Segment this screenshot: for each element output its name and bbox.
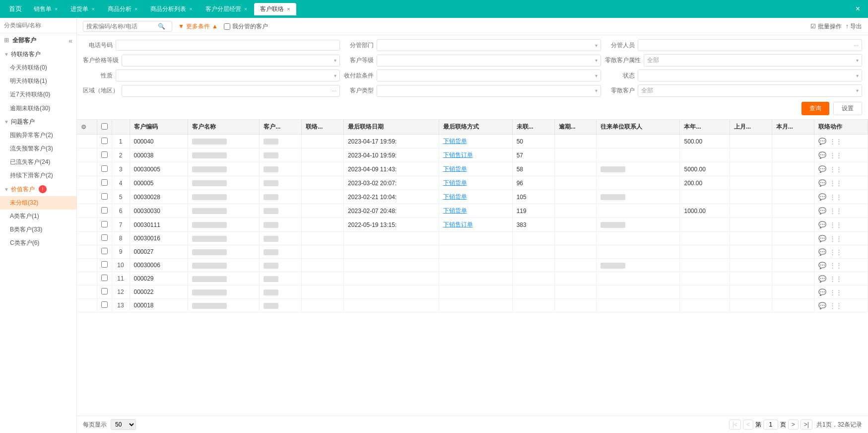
page-number-input[interactable] [763,420,778,430]
contact-method-link[interactable]: 下销售订单 [443,151,473,158]
row-checkbox[interactable] [101,179,108,186]
sidebar-item-abnormal-stockpile[interactable]: 囤购异常客户(2) [0,129,76,142]
first-page-button[interactable]: |< [729,420,741,430]
grid-action-icon[interactable]: ⋮⋮ [829,221,842,228]
sidebar-item-class-c[interactable]: C类客户(6) [0,236,76,250]
cell-checkbox[interactable] [97,204,112,218]
next-page-button[interactable]: > [788,420,799,430]
my-customer-checkbox-label[interactable]: 我分管的客户 [224,22,268,31]
row-checkbox[interactable] [101,275,108,281]
cell-checkbox[interactable] [97,135,112,148]
chat-icon[interactable]: 💬 [818,138,826,145]
nav-tab-product-analysis[interactable]: 商品分析 × [102,3,143,15]
contact-method-link[interactable]: 下销货单 [443,138,467,144]
contact-method-link[interactable]: 下销货单 [443,207,467,214]
chat-icon[interactable]: 💬 [818,262,826,269]
sidebar-search-input[interactable] [4,22,77,29]
sidebar-group-problem[interactable]: ▼ 问题客户 [0,115,76,129]
filter-select-retail-customer[interactable]: 全部 ▾ [638,84,862,97]
row-checkbox[interactable] [101,248,108,254]
row-checkbox[interactable] [101,288,108,294]
sidebar-group-pending[interactable]: ▼ 待联络客户 [0,48,76,61]
contact-method-link[interactable]: 下销货单 [443,165,467,172]
filter-select-customer-grade[interactable]: ▾ [377,55,601,67]
sidebar-item-tomorrow-pending[interactable]: 明天待联络(1) [0,74,76,88]
contact-method-link[interactable]: 下销货单 [443,179,467,186]
grid-action-icon[interactable]: ⋮⋮ [829,235,842,242]
sidebar-item-7days-pending[interactable]: 近7天待联络(0) [0,88,76,101]
row-checkbox[interactable] [101,138,108,144]
sidebar-item-today-pending[interactable]: 今天待联络(0) [0,61,76,74]
close-icon[interactable]: × [91,6,94,12]
sidebar-item-class-a[interactable]: A类客户(1) [0,210,76,223]
chat-icon[interactable]: 💬 [818,165,826,173]
my-customer-checkbox[interactable] [224,23,230,30]
contact-method-link[interactable]: 下销货单 [443,193,467,200]
search-box[interactable]: 🔍 [83,21,172,32]
close-icon[interactable]: × [244,6,247,12]
chat-icon[interactable]: 💬 [818,151,826,159]
more-filter-button[interactable]: ▼ 更多条件 ▲ [178,22,218,31]
search-input[interactable] [86,23,156,30]
table-checkbox-header[interactable] [97,120,112,135]
chat-icon[interactable]: 💬 [818,221,826,228]
chat-icon[interactable]: 💬 [818,289,826,296]
select-all-checkbox[interactable] [101,123,108,130]
grid-action-icon[interactable]: ⋮⋮ [829,165,842,173]
chat-icon[interactable]: 💬 [818,275,826,283]
table-settings-header[interactable]: ⚙ [77,120,97,135]
reset-button[interactable]: 设置 [833,102,862,115]
grid-action-icon[interactable]: ⋮⋮ [829,289,842,296]
grid-action-icon[interactable]: ⋮⋮ [829,275,842,283]
search-icon[interactable]: 🔍 [158,23,165,30]
row-checkbox[interactable] [101,165,108,172]
prev-page-button[interactable]: < [743,420,753,430]
close-all-button[interactable]: × [852,2,864,15]
export-button[interactable]: ↑ 导出 [846,22,862,31]
cell-checkbox[interactable] [97,299,112,312]
filter-select-price-grade[interactable]: ▾ [122,55,340,67]
grid-action-icon[interactable]: ⋮⋮ [829,193,842,201]
row-checkbox[interactable] [101,301,108,308]
row-checkbox[interactable] [101,207,108,214]
nav-tab-product-analysis-list[interactable]: 商品分析列表 × [144,3,198,15]
filter-select-retail-attr[interactable]: 全部 ▾ [644,54,862,67]
collapse-icon[interactable]: « [68,37,72,45]
cell-checkbox[interactable] [97,190,112,204]
grid-action-icon[interactable]: ⋮⋮ [829,302,842,309]
row-checkbox[interactable] [101,234,108,241]
nav-tab-customer-segment[interactable]: 客户分层经营 × [200,3,253,15]
filter-select-customer-type[interactable]: ▾ [377,85,601,97]
chat-icon[interactable]: 💬 [818,179,826,187]
nav-tab-customer-contact[interactable]: 客户联络 × [254,3,296,15]
sidebar-search-box[interactable]: 🔍 [0,18,76,33]
cell-checkbox[interactable] [97,286,112,299]
close-icon[interactable]: × [55,6,58,12]
grid-action-icon[interactable]: ⋮⋮ [829,138,842,145]
nav-home-tab[interactable]: 首页 [4,2,27,15]
cell-checkbox[interactable] [97,259,112,272]
row-checkbox[interactable] [101,151,108,158]
cell-checkbox[interactable] [97,176,112,190]
chat-icon[interactable]: 💬 [818,248,826,256]
filter-input-phone[interactable] [116,40,340,51]
all-customers-header[interactable]: ⊞ 全部客户 « [0,33,76,48]
contact-method-link[interactable]: 下销售订单 [443,221,473,228]
query-button[interactable]: 查询 [801,102,829,115]
filter-select-manager[interactable]: ··· [638,39,862,51]
close-icon[interactable]: × [189,6,192,12]
cell-checkbox[interactable] [97,218,112,232]
grid-action-icon[interactable]: ⋮⋮ [829,248,842,256]
filter-select-nature[interactable]: ▾ [116,70,340,81]
row-checkbox[interactable] [101,193,108,200]
chat-icon[interactable]: 💬 [818,193,826,201]
grid-action-icon[interactable]: ⋮⋮ [829,151,842,159]
row-checkbox[interactable] [101,221,108,227]
chat-icon[interactable]: 💬 [818,235,826,242]
cell-checkbox[interactable] [97,148,112,162]
grid-action-icon[interactable]: ⋮⋮ [829,179,842,187]
cell-checkbox[interactable] [97,272,112,286]
sidebar-item-class-b[interactable]: B类客户(33) [0,223,76,236]
cell-checkbox[interactable] [97,162,112,176]
nav-tab-sales[interactable]: 销售单 × [28,3,64,15]
